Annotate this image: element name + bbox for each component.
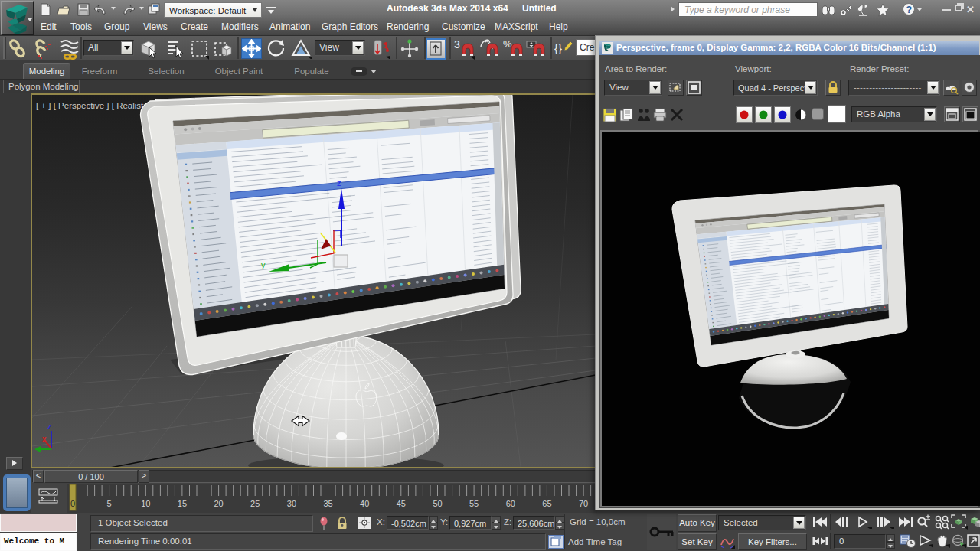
svg-text:50: 50 xyxy=(433,499,442,508)
svg-text:10: 10 xyxy=(141,499,150,508)
svg-text:[ + ] [ Perspective ] [ Realis: [ + ] [ Perspective ] [ Realistic ] xyxy=(36,101,155,110)
svg-text:{}: {} xyxy=(554,41,562,54)
svg-text:45: 45 xyxy=(397,499,406,508)
svg-text:30: 30 xyxy=(287,499,296,508)
svg-text:25: 25 xyxy=(250,499,260,508)
svg-text:5: 5 xyxy=(107,499,112,508)
svg-text:65: 65 xyxy=(542,499,551,508)
svg-text:3: 3 xyxy=(454,38,460,51)
svg-text:40: 40 xyxy=(360,499,369,508)
svg-text:55: 55 xyxy=(469,499,479,508)
svg-text:x: x xyxy=(42,435,47,443)
svg-text:0: 0 xyxy=(70,499,75,508)
svg-text:?: ? xyxy=(906,5,913,15)
svg-text:35: 35 xyxy=(323,499,332,508)
svg-text:15: 15 xyxy=(178,499,187,508)
svg-text:70: 70 xyxy=(579,499,588,508)
svg-text:z: z xyxy=(47,422,51,431)
svg-text:z: z xyxy=(337,178,341,187)
svg-text:%: % xyxy=(503,38,512,50)
svg-text:y: y xyxy=(261,260,266,269)
svg-text:60: 60 xyxy=(506,499,515,508)
svg-text:20: 20 xyxy=(214,499,223,508)
